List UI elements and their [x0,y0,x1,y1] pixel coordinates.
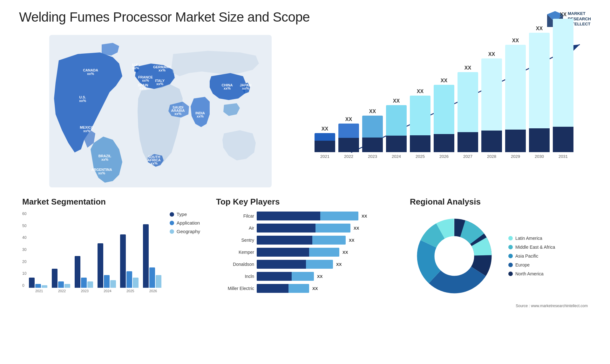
player-val-air: XX [354,226,359,231]
svg-text:xx%: xx% [139,86,146,90]
svg-text:xx%: xx% [156,82,163,86]
bar-xlabel-2028: 2028 [487,154,496,159]
bar-top-label-2030: XX [536,26,543,31]
world-map: CANADA xx% U.S. xx% MEXICO xx% BRAZIL xx… [19,35,302,187]
svg-text:xx%: xx% [132,66,139,70]
label-north-america: North America [515,271,544,276]
bar-air-light [315,224,350,233]
players-list: Filcar XX Air [216,212,394,293]
svg-text:xx%: xx% [83,129,90,133]
player-val-filcar: XX [362,214,367,219]
bar-2022 [338,124,359,152]
player-row-incln: Incln XX [216,272,394,281]
bar-2030 [529,33,550,152]
bar-miller-light [288,284,309,293]
player-name-sentry: Sentry [216,238,254,243]
svg-text:xx%: xx% [159,68,166,72]
bar-type-2024 [98,243,103,288]
bar-group-2026 [143,224,163,288]
bar-geo-2026 [156,275,161,288]
bar-donaldson-light [306,260,333,269]
seg-legend: Type Application Geography [170,212,200,234]
legend-europe: Europe [508,262,555,267]
label-europe: Europe [515,262,530,267]
bar-xlabel-2031: 2031 [559,154,568,159]
bar-2029 [505,45,526,152]
svg-text:xx%: xx% [197,114,204,118]
bar-xlabel-2030: 2030 [535,154,544,159]
segmentation-title: Market Segmentation [22,197,200,207]
segmentation-section: Market Segmentation 60 50 40 30 20 10 0 [19,194,203,311]
player-name-filcar: Filcar [216,213,254,219]
bar-xlabel-2026: 2026 [439,154,449,159]
player-name-donaldson: Donaldson [216,262,254,267]
bar-filcar-light [320,212,358,220]
regional-section: Regional Analysis [407,194,591,311]
label-latin-america: Latin America [515,236,542,241]
bar-2026 [434,85,454,152]
bar-kemper-light [309,248,339,257]
legend-north-america: North America [508,271,555,276]
svg-text:xx%: xx% [79,99,86,103]
bar-top-label-2025: XX [417,89,424,94]
regional-title: Regional Analysis [410,197,588,207]
seg-wrapper: 60 50 40 30 20 10 0 [22,212,200,294]
player-val-sentry: XX [349,238,354,243]
player-row-donaldson: Donaldson XX [216,260,394,269]
bar-top-label-2023: XX [369,109,376,114]
bar-2028 [481,58,502,152]
label-middle-east: Middle East & Africa [515,245,555,250]
svg-point-41 [435,236,474,276]
header: Welding Fumes Processor Market Size and … [19,10,591,29]
bar-xlabel-2022: 2022 [344,154,353,159]
regional-legend: Latin America Middle East & Africa Asia … [508,236,555,276]
page-container: Welding Fumes Processor Market Size and … [0,0,610,364]
dot-north-america [508,272,513,276]
legend-label-type: Type [177,212,187,217]
bar-geo-2022 [64,284,70,288]
legend-dot-type [170,212,174,217]
bar-miller-dark [257,284,288,293]
svg-text:xx%: xx% [87,72,94,76]
legend-type: Type [170,212,200,217]
svg-text:xx%: xx% [98,171,105,175]
bar-top-label-2021: XX [322,126,328,132]
players-section: Top Key Players Filcar XX Air [213,194,397,311]
players-title: Top Key Players [216,197,394,207]
label-asia-pacific: Asia Pacific [515,253,538,259]
bar-type-2025 [120,234,126,288]
bar-top-label-2026: XX [441,78,447,84]
bar-donaldson-dark [257,260,306,269]
bar-type-2023 [75,256,80,288]
bar-top-label-2024: XX [393,98,400,104]
legend-geography: Geography [170,229,200,234]
player-row-air: Air XX [216,224,394,233]
legend-application: Application [170,220,200,226]
svg-text:xx%: xx% [224,86,231,90]
bar-kemper-dark [257,248,309,257]
bar-app-2021 [35,284,41,288]
player-bar-air: XX [257,224,394,233]
bars-row [29,212,163,288]
bar-geo-2025 [133,278,139,288]
bar-group-2024 [98,243,118,288]
bar-sentry-light [312,236,346,245]
bar-2024 [386,105,407,152]
player-bar-sentry: XX [257,236,394,245]
bar-sentry-dark [257,236,312,245]
bar-2027 [458,72,478,152]
player-bar-kemper: XX [257,248,394,257]
bar-top-label-2027: XX [464,65,471,71]
player-name-kemper: Kemper [216,250,254,255]
bar-geo-2023 [87,281,93,288]
svg-text:xx%: xx% [101,158,108,161]
legend-label-application: Application [177,220,200,226]
bar-geo-2024 [110,280,116,288]
bar-incln-dark [257,272,292,281]
player-name-miller: Miller Electric [216,286,254,291]
player-name-air: Air [216,226,254,231]
bar-type-2026 [143,224,149,288]
bar-chart-section: XX 2021 XX 2022 XX 2023 [308,35,591,187]
y-axis: 60 50 40 30 20 10 0 [22,212,26,288]
donut-chart [410,212,499,300]
